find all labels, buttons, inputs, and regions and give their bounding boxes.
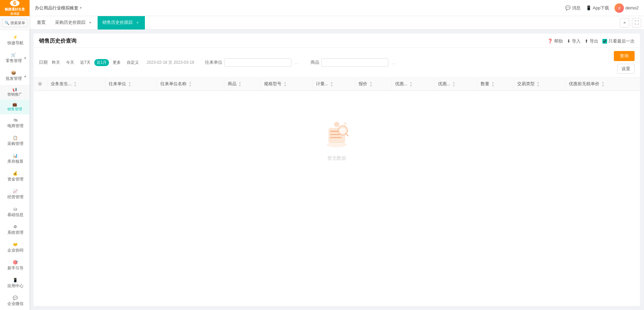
message-icon: 💬 <box>565 5 571 10</box>
th-counterpart-code[interactable]: 往来单位 ▲▼ <box>105 78 157 91</box>
sidebar-item-cooperation[interactable]: 🤝 企业协同 <box>0 239 30 257</box>
help-btn[interactable]: ❓ 帮助 <box>547 38 563 44</box>
counterpart-filter-group: 往来单位 ... <box>205 58 300 67</box>
th-discount1[interactable]: 优惠... ▲▼ <box>391 78 434 91</box>
ecommerce-icon: 🛍 <box>13 118 17 122</box>
sidebar-item-ecommerce[interactable]: 🛍 电商管理 <box>0 114 30 132</box>
only-last-checkbox-label[interactable]: 只看最后一次 <box>602 38 635 44</box>
sidebar-sub-item-sales[interactable]: 💼 销售管理 <box>0 100 30 114</box>
guide-icon: 🎯 <box>13 260 18 265</box>
tab-home-label: 首页 <box>37 19 46 25</box>
tab-purchase-history-label: 采购历史价跟踪 <box>55 19 86 25</box>
sidebar-item-app-center[interactable]: 📱 应用中心 <box>0 274 30 292</box>
company-selector[interactable]: 办公用品行业模拟账套 ▾ <box>35 5 82 11</box>
date-range-text: 2023-02-18 至 2023-03-18 <box>147 60 194 65</box>
th-spec[interactable]: 规格型号 ▲▼ <box>261 78 312 91</box>
user-profile[interactable]: d demo2 <box>614 3 639 13</box>
th-goods[interactable]: 商品 ▲▼ <box>224 78 261 91</box>
topbar-right: 💬 消息 📱 App下载 d demo2 <box>565 3 639 13</box>
empty-illustration <box>320 118 354 151</box>
counterpart-input[interactable] <box>224 58 291 67</box>
sort-arrows-quantity: ▲▼ <box>492 81 494 87</box>
search-btn[interactable]: 查询 <box>614 51 635 61</box>
page-header: 销售历史价查询 ❓ 帮助 ⬇ 导入 ⬆ 导出 <box>34 34 640 48</box>
export-btn[interactable]: ⬆ 导出 <box>585 38 598 44</box>
sidebar-item-basic-info[interactable]: 🗂 基础信息 <box>0 203 30 221</box>
fullscreen-btn[interactable]: ⛶ <box>632 18 641 28</box>
retail-label: 零售管理 <box>6 58 22 64</box>
app-download-label: App下载 <box>593 5 609 11</box>
sidebar-item-wholesale[interactable]: 📦 批发管理 ▲ <box>0 67 30 85</box>
tab-purchase-history-close[interactable]: × <box>88 20 93 25</box>
only-last-checkbox[interactable] <box>602 39 607 44</box>
search-menu-button[interactable]: 🔍 搜索菜单 <box>2 19 28 27</box>
tab-home[interactable]: 首页 <box>32 16 50 30</box>
goods-dots[interactable]: ... <box>390 60 397 65</box>
sort-arrows-unit: ▲▼ <box>330 81 333 87</box>
goods-input[interactable] <box>321 58 388 67</box>
tab-sales-history-close[interactable]: × <box>135 20 140 25</box>
th-quantity[interactable]: 数量 ▲▼ <box>477 78 514 91</box>
date-opt-last7[interactable]: 近7天 <box>78 59 93 66</box>
import-label: 导入 <box>572 38 581 44</box>
filter-bar: 日期 昨天 今天 近7天 近1月 更多 自定义 2023-02-18 至 202… <box>34 48 640 78</box>
message-btn[interactable]: 💬 消息 <box>565 5 581 11</box>
sidebar-sub-item-marketing[interactable]: 📢 营销推广 <box>0 85 30 100</box>
sidebar-item-finance[interactable]: 💰 资金管理 <box>0 168 30 186</box>
date-opt-custom[interactable]: 自定义 <box>124 59 141 66</box>
svg-point-6 <box>340 127 346 134</box>
retail-icon: 🛒 <box>11 53 16 57</box>
counterpart-dots[interactable]: ... <box>293 60 300 65</box>
tab-sales-history[interactable]: 销售历史价跟踪 × <box>98 16 145 30</box>
sidebar-item-purchase[interactable]: 📋 采购管理 <box>0 132 30 150</box>
table-gear-icon[interactable]: ⚙ <box>38 81 42 87</box>
company-name: 办公用品行业模拟账套 <box>35 5 78 11</box>
empty-text: 暂无数据 <box>327 155 346 161</box>
user-name: demo2 <box>625 5 639 10</box>
wechat-label: 企业微信 <box>7 301 23 307</box>
th-counterpart-name[interactable]: 往来单位名称 ▲▼ <box>157 78 224 91</box>
th-trade-type[interactable]: 交易类型 ▲▼ <box>514 78 565 91</box>
th-discount2[interactable]: 优惠... ▲▼ <box>434 78 477 91</box>
sidebar-item-inventory[interactable]: 📊 库存核算 <box>0 150 30 168</box>
sales-icon: 💼 <box>12 102 17 107</box>
th-biz-date[interactable]: 业务发生... ▲▼ <box>47 78 105 91</box>
sidebar-item-retail[interactable]: 🛒 零售管理 ▼ <box>0 49 30 67</box>
date-opt-today[interactable]: 今天 <box>64 59 76 66</box>
import-btn[interactable]: ⬇ 导入 <box>567 38 581 44</box>
quick-nav-label: 快捷导航 <box>7 40 23 46</box>
sidebar-item-quick-nav[interactable]: ⚡ 快捷导航 <box>0 32 30 49</box>
date-opt-yesterday[interactable]: 昨天 <box>50 59 62 66</box>
th-price[interactable]: 报价 ▲▼ <box>355 78 392 91</box>
th-unit[interactable]: 计量... ▲▼ <box>312 78 355 91</box>
filter-settings-btn[interactable]: 设置 <box>617 64 635 74</box>
th-gear[interactable]: ⚙ <box>34 78 47 91</box>
close-all-tabs-btn[interactable]: × <box>620 18 629 28</box>
th-pretax-price-label: 优惠前无税单价 <box>569 81 599 86</box>
tab-purchase-history[interactable]: 采购历史价跟踪 × <box>50 16 98 30</box>
th-biz-date-label: 业务发生... <box>51 81 72 86</box>
page-actions: ❓ 帮助 ⬇ 导入 ⬆ 导出 只看最后一次 <box>547 38 635 44</box>
th-pretax-price[interactable]: 优惠前无税单价 ▲▼ <box>566 78 640 91</box>
sidebar-item-system[interactable]: ⚙ 系统管理 <box>0 221 30 239</box>
filter-btn-group: 查询 设置 <box>614 51 635 74</box>
sidebar-item-wechat[interactable]: 💬 企业微信 <box>0 292 30 310</box>
th-goods-label: 商品 <box>228 81 236 86</box>
app-download-btn[interactable]: 📱 App下载 <box>586 5 609 11</box>
sidebar-item-guide[interactable]: 🎯 新手引导 <box>0 257 30 274</box>
operations-icon: 📈 <box>13 189 18 194</box>
sidebar-logo[interactable]: 6 畅捷通好生意 标准版 <box>0 0 30 16</box>
date-filter-group: 日期 昨天 今天 近7天 近1月 更多 自定义 <box>39 59 141 66</box>
marketing-icon: 📢 <box>12 88 17 92</box>
operations-label: 经营管理 <box>7 194 23 200</box>
date-opt-last1m[interactable]: 近1月 <box>94 59 109 66</box>
wholesale-arrow: ▲ <box>23 74 27 78</box>
sort-arrows-pretax-price: ▲▼ <box>602 81 604 87</box>
th-quantity-label: 数量 <box>481 81 489 86</box>
system-icon: ⚙ <box>13 224 17 229</box>
date-opt-more[interactable]: 更多 <box>110 59 123 66</box>
finance-label: 资金管理 <box>7 176 23 182</box>
fullscreen-icon: ⛶ <box>635 20 639 25</box>
sidebar-item-operations[interactable]: 📈 经营管理 <box>0 186 30 203</box>
download-icon: 📱 <box>586 5 591 10</box>
